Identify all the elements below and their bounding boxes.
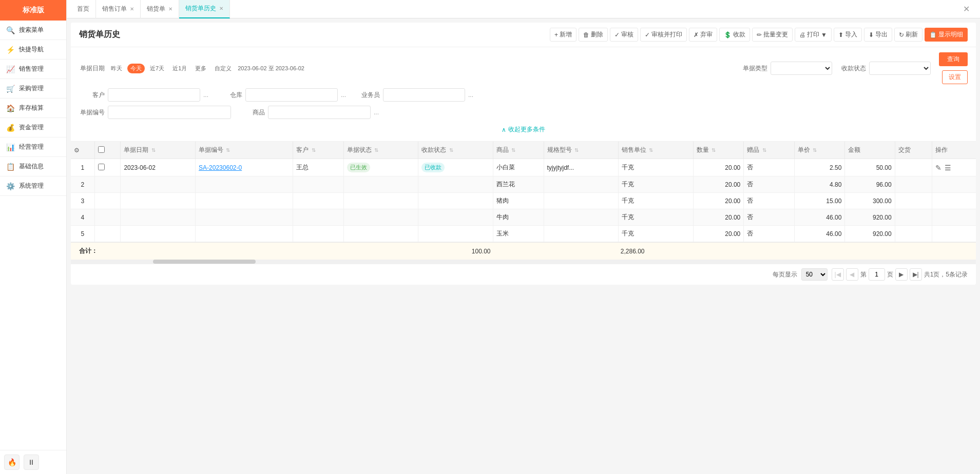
tab-sales-delivery-history[interactable]: 销货单历史 ✕ (179, 0, 230, 18)
next-page-btn[interactable]: ▶ (895, 268, 908, 281)
audit-icon: ✓ (614, 31, 620, 38)
scrollbar-thumb[interactable] (153, 260, 256, 264)
goods-input[interactable] (268, 106, 371, 119)
tab-home[interactable]: 首页 (71, 0, 96, 18)
th-spec-type[interactable]: 规格型号 ⇅ (544, 142, 619, 159)
th-goods[interactable]: 商品 ⇅ (493, 142, 544, 159)
date-filter-group: 单据日期 昨天 今天 近7天 近1月 更多 自定义 2023-06-02 至 2… (79, 64, 304, 73)
show-detail-button[interactable]: 📋 显示明细 (925, 28, 968, 42)
date-pill-more[interactable]: 更多 (192, 64, 209, 73)
sidebar-item-quick-nav[interactable]: ⚡ 快捷导航 (0, 40, 66, 60)
sidebar-item-sales-mgmt[interactable]: 📈 销售管理 (0, 60, 66, 79)
sidebar-item-sys-mgmt[interactable]: ⚙️ 系统管理 (0, 176, 66, 196)
per-page-select[interactable]: 50 100 (801, 268, 828, 281)
customer-ellipsis[interactable]: ... (203, 91, 208, 98)
collect-status-select[interactable] (869, 62, 931, 75)
cell-checkbox[interactable] (94, 226, 121, 242)
export-button[interactable]: ⬇ 导出 (864, 28, 892, 42)
cell-doc-no[interactable]: SA-20230602-0 (196, 159, 293, 176)
sales-unit-sort-icon: ⇅ (649, 147, 653, 153)
th-sales-unit[interactable]: 销售单位 ⇅ (619, 142, 694, 159)
tab-sales-delivery-history-close[interactable]: ✕ (219, 6, 223, 11)
sidebar-pause-btn[interactable]: ⏸ (24, 455, 39, 470)
tab-sales-order-close[interactable]: ✕ (130, 6, 134, 12)
warehouse-ellipsis[interactable]: ... (341, 91, 346, 98)
cell-doc-no[interactable] (196, 209, 293, 226)
tab-sales-delivery[interactable]: 销货单 ✕ (141, 0, 179, 18)
select-all-checkbox[interactable] (98, 146, 105, 153)
sidebar-item-purchase-mgmt[interactable]: 🛒 采购管理 (0, 79, 66, 98)
print-button[interactable]: 🖨 打印 ▼ (795, 28, 832, 42)
setting-button[interactable]: 设置 (942, 70, 968, 84)
date-pill-1month[interactable]: 近1月 (169, 64, 190, 73)
first-page-btn[interactable]: |◀ (832, 268, 844, 281)
refresh-button[interactable]: ↻ 刷新 (894, 28, 923, 42)
date-pill-yesterday[interactable]: 昨天 (108, 64, 125, 73)
doc-no-input[interactable] (108, 106, 231, 119)
date-pill-custom[interactable]: 自定义 (212, 64, 235, 73)
audit-print-button[interactable]: ✓ 审核并打印 (640, 28, 687, 42)
th-doc-no[interactable]: 单据编号 ⇅ (196, 142, 293, 159)
agent-input[interactable] (383, 88, 465, 102)
horizontal-scrollbar[interactable] (71, 260, 976, 264)
date-pill-7days[interactable]: 近7天 (147, 64, 167, 73)
customer-input[interactable] (108, 88, 200, 102)
cell-unit-price: 15.00 (794, 193, 845, 209)
cell-goods: 西兰花 (493, 176, 544, 193)
total-info: 共1页，5条记录 (924, 270, 968, 279)
abandon-button[interactable]: ✗ 弃审 (689, 28, 717, 42)
sidebar-item-finance-mgmt[interactable]: 💰 资金管理 (0, 118, 66, 137)
collapse-button[interactable]: ∧ 收起更多条件 (79, 123, 968, 136)
row-checkbox[interactable] (98, 164, 105, 170)
cell-checkbox[interactable] (94, 193, 121, 209)
detail-icon[interactable]: ☰ (945, 164, 951, 172)
sidebar-item-search-menu[interactable]: 🔍 搜索菜单 (0, 21, 66, 40)
date-pills: 昨天 今天 近7天 近1月 更多 自定义 (108, 64, 235, 73)
goods-sort-icon: ⇅ (511, 147, 515, 153)
cell-doc-no[interactable] (196, 226, 293, 242)
th-doc-status[interactable]: 单据状态 ⇅ (343, 142, 418, 159)
window-close-btn[interactable]: ✕ (957, 4, 976, 14)
doc-no-link[interactable]: SA-20230602-0 (199, 164, 242, 171)
th-doc-date[interactable]: 单据日期 ⇅ (121, 142, 196, 159)
page-input[interactable] (869, 268, 885, 281)
cell-goods: 猪肉 (493, 193, 544, 209)
audit-button[interactable]: ✓ 审核 (610, 28, 638, 42)
th-settings[interactable]: ⚙ (71, 142, 94, 159)
new-button[interactable]: + 新增 (550, 28, 577, 42)
th-quantity[interactable]: 数量 ⇅ (693, 142, 744, 159)
prev-page-btn[interactable]: ◀ (846, 268, 858, 281)
th-collect-status[interactable]: 收款状态 ⇅ (418, 142, 493, 159)
agent-filter-group: 业务员 ... (354, 88, 473, 102)
sidebar-item-ops-mgmt[interactable]: 📊 经营管理 (0, 137, 66, 157)
table-row: 3猪肉千克20.00否15.00300.00 (71, 193, 976, 209)
sidebar-item-label: 基础信息 (19, 162, 44, 171)
th-gift[interactable]: 赠品 ⇅ (744, 142, 795, 159)
goods-ellipsis[interactable]: ... (374, 109, 379, 116)
sidebar-fire-btn[interactable]: 🔥 (4, 455, 20, 470)
last-page-btn[interactable]: ▶| (910, 268, 922, 281)
edit-icon[interactable]: ✎ (935, 164, 941, 172)
tab-sales-order[interactable]: 销售订单 ✕ (96, 0, 141, 18)
warehouse-input[interactable] (245, 88, 338, 102)
th-unit-price[interactable]: 单价 ⇅ (794, 142, 845, 159)
goods-filter-group: 商品 ... (239, 106, 379, 119)
collect-button[interactable]: 💲 收款 (719, 28, 750, 42)
cell-checkbox[interactable] (94, 176, 121, 193)
sidebar-item-basic-info[interactable]: 📋 基础信息 (0, 157, 66, 176)
cell-goods: 牛肉 (493, 209, 544, 226)
th-customer[interactable]: 客户 ⇅ (293, 142, 344, 159)
query-button[interactable]: 查询 (939, 52, 968, 66)
cell-doc-no[interactable] (196, 193, 293, 209)
date-pill-today[interactable]: 今天 (127, 64, 145, 73)
batch-change-button[interactable]: ✏ 批量变更 (752, 28, 793, 42)
cell-doc-no[interactable] (196, 176, 293, 193)
cell-checkbox[interactable] (94, 159, 121, 176)
agent-ellipsis[interactable]: ... (468, 91, 473, 98)
tab-sales-delivery-close[interactable]: ✕ (168, 6, 172, 12)
import-button[interactable]: ⬆ 导入 (834, 28, 862, 42)
sidebar-item-inventory-calc[interactable]: 🏠 库存核算 (0, 98, 66, 118)
doc-type-select[interactable] (771, 62, 832, 75)
cell-checkbox[interactable] (94, 209, 121, 226)
delete-button[interactable]: 🗑 删除 (579, 28, 608, 42)
